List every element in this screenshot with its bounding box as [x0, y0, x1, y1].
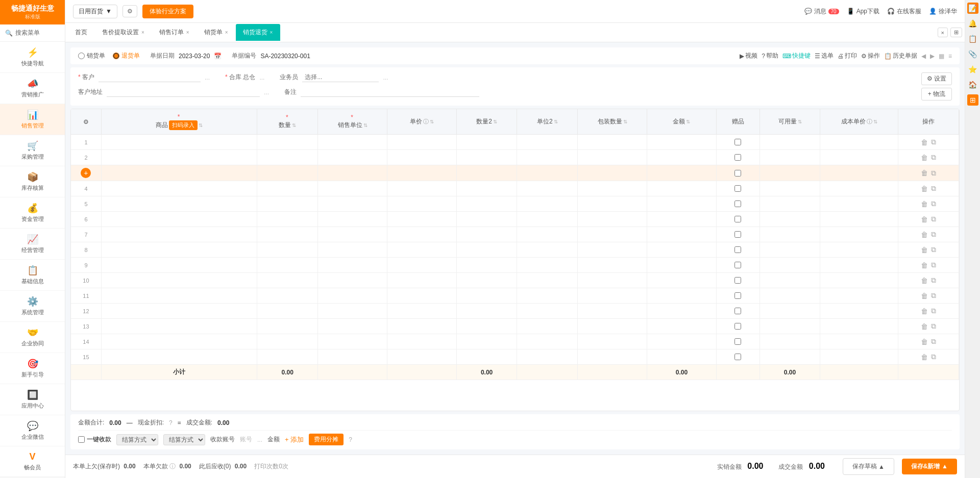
tab-home[interactable]: 首页: [68, 24, 95, 41]
goods-cell-active[interactable]: [101, 165, 257, 181]
video-btn[interactable]: ▶ 视频: [740, 52, 757, 60]
calendar-icon[interactable]: 📅: [214, 53, 222, 60]
delete-icon[interactable]: 🗑: [921, 322, 928, 331]
user-menu[interactable]: 👤 徐泽华: [929, 7, 957, 16]
tab-close-icon[interactable]: ×: [186, 30, 189, 35]
gift-checkbox[interactable]: [734, 246, 741, 253]
calc-method-select[interactable]: 结算方式: [163, 434, 205, 445]
salesperson-input[interactable]: [302, 72, 379, 82]
goods-input[interactable]: [104, 169, 254, 177]
delete-row-icon[interactable]: 🗑: [921, 169, 928, 177]
copy-icon[interactable]: ⧉: [931, 337, 936, 346]
qty2-cell[interactable]: [456, 165, 517, 181]
tab-sales-order[interactable]: 销售订单 ×: [152, 24, 197, 41]
delete-icon[interactable]: 🗑: [921, 276, 928, 285]
delete-icon[interactable]: 🗑: [921, 338, 928, 346]
sidebar-item-operations[interactable]: 📈 经营管理: [0, 229, 65, 260]
right-panel-btn-1[interactable]: 📝: [967, 3, 978, 14]
copy-icon[interactable]: ⧉: [931, 307, 936, 315]
avail-cell[interactable]: [760, 150, 820, 165]
gift-checkbox[interactable]: [734, 170, 741, 177]
unit-cell[interactable]: [318, 135, 387, 150]
copy-row-icon[interactable]: ⧉: [931, 169, 936, 178]
radio-return-input[interactable]: [113, 53, 119, 59]
amount-cell[interactable]: [647, 165, 717, 181]
goods-cell[interactable]: [101, 150, 257, 165]
gift-checkbox[interactable]: [734, 323, 741, 330]
print-btn[interactable]: 🖨 打印: [838, 52, 857, 60]
gift-checkbox[interactable]: [734, 308, 741, 314]
sort-qty2-icon[interactable]: ⇅: [493, 119, 497, 124]
copy-icon[interactable]: ⧉: [931, 353, 936, 361]
one-click-payment[interactable]: 一键收款: [78, 435, 111, 444]
tab-close-icon[interactable]: ×: [225, 30, 228, 35]
gift-checkbox[interactable]: [734, 231, 741, 238]
delete-row-icon[interactable]: 🗑: [921, 154, 928, 162]
list-view-btn[interactable]: ≡: [948, 53, 952, 60]
sort-price-icon[interactable]: ⇅: [430, 119, 434, 124]
gift-checkbox[interactable]: [734, 154, 741, 161]
goods-cell[interactable]: [101, 135, 257, 150]
sidebar-item-sales[interactable]: 📊 销售管理: [0, 104, 65, 135]
avail-cell[interactable]: [760, 165, 820, 181]
delete-icon[interactable]: 🗑: [921, 200, 928, 208]
sort-pkg-icon[interactable]: ⇅: [623, 119, 627, 124]
unit2-cell[interactable]: [517, 150, 578, 165]
right-panel-btn-4[interactable]: 📎: [967, 48, 978, 60]
gift-cell[interactable]: [716, 165, 760, 181]
tab-close-icon[interactable]: ×: [270, 30, 273, 35]
online-service-btn[interactable]: 🎧 在线客服: [887, 7, 921, 16]
one-click-checkbox[interactable]: [78, 436, 85, 443]
tab-price-setting[interactable]: 售价提取设置 ×: [95, 24, 152, 41]
delete-row-icon[interactable]: 🗑: [921, 138, 928, 146]
message-btn[interactable]: 💬 消息 70: [804, 7, 839, 16]
amount-cell[interactable]: [647, 135, 717, 150]
sidebar-item-marketing[interactable]: 📣 营销推广: [0, 73, 65, 104]
right-panel-btn-7[interactable]: ⊞: [967, 94, 978, 106]
gift-checkbox[interactable]: [734, 277, 741, 284]
gift-checkbox[interactable]: [734, 200, 741, 207]
pkg-cell[interactable]: [578, 135, 647, 150]
sort-avail-icon[interactable]: ⇅: [798, 119, 802, 124]
gift-checkbox[interactable]: [734, 216, 741, 222]
right-panel-btn-6[interactable]: 🏠: [967, 79, 978, 90]
sidebar-item-wechat[interactable]: 💬 企业微信: [0, 415, 65, 446]
copy-icon[interactable]: ⧉: [931, 199, 936, 208]
delete-icon[interactable]: 🗑: [921, 185, 928, 193]
customer-dots[interactable]: ...: [205, 74, 210, 81]
logistics-btn[interactable]: + 物流: [921, 88, 952, 100]
cost-cell[interactable]: [820, 135, 898, 150]
sidebar-item-inventory[interactable]: 📦 库存核算: [0, 166, 65, 197]
radio-delivery-input[interactable]: [78, 53, 85, 59]
delete-icon[interactable]: 🗑: [921, 246, 928, 254]
qty-cell[interactable]: [257, 150, 318, 165]
history-btn[interactable]: 📋 历史单据: [884, 52, 917, 60]
add-row-btn[interactable]: +: [81, 168, 91, 178]
operate-btn[interactable]: ⚙ 操作: [861, 52, 880, 60]
sidebar-item-basic[interactable]: 📋 基础信息: [0, 260, 65, 291]
gift-checkbox[interactable]: [734, 354, 741, 360]
copy-icon[interactable]: ⧉: [931, 245, 936, 254]
radio-delivery[interactable]: 销货单: [78, 52, 105, 60]
copy-row-icon[interactable]: ⧉: [931, 138, 936, 146]
price-cell[interactable]: [387, 150, 456, 165]
delete-icon[interactable]: 🗑: [921, 215, 928, 223]
industry-selector[interactable]: 日用百货 ▼: [73, 5, 117, 18]
gift-checkbox[interactable]: [734, 139, 741, 145]
next-doc-icon[interactable]: ▶: [930, 53, 935, 60]
sort-goods-icon[interactable]: ⇅: [199, 122, 203, 128]
copy-icon[interactable]: ⧉: [931, 322, 936, 331]
sidebar-item-guide[interactable]: 🎯 新手引导: [0, 353, 65, 384]
sidebar-item-enterprise[interactable]: 🤝 企业协同: [0, 322, 65, 353]
copy-icon[interactable]: ⧉: [931, 184, 936, 193]
tab-close-icon[interactable]: ×: [141, 30, 144, 35]
gift-cell[interactable]: [716, 150, 760, 165]
warehouse-dots[interactable]: ...: [259, 74, 264, 81]
close-all-tabs-btn[interactable]: ×: [938, 28, 948, 37]
right-panel-btn-3[interactable]: 📋: [967, 33, 978, 44]
settlement-select[interactable]: 结算方式: [116, 434, 158, 445]
delete-icon[interactable]: 🗑: [921, 231, 928, 239]
copy-icon[interactable]: ⧉: [931, 261, 936, 269]
unit-cell[interactable]: [318, 165, 387, 181]
avail-cell[interactable]: [760, 135, 820, 150]
